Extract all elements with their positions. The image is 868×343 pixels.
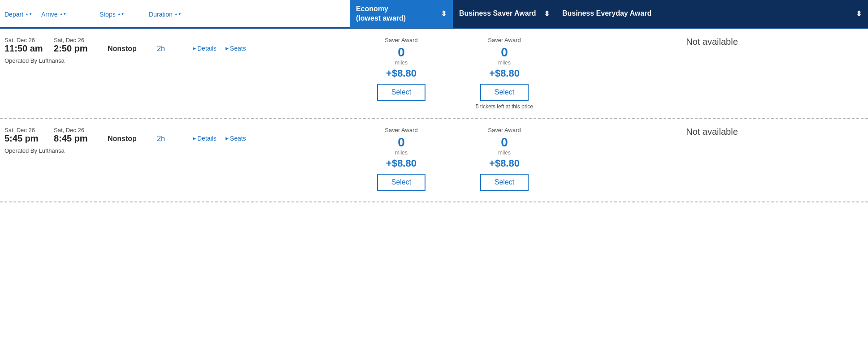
duration-sort-icon: ▲▼: [174, 13, 182, 16]
flight-1-economy-tax: +$8.80: [386, 68, 417, 79]
flight-row-1-inner: Sat, Dec 26 11:50 am Sat, Dec 26 2:50 pm…: [0, 37, 868, 110]
arrive-sort[interactable]: Arrive ▲▼: [37, 11, 95, 18]
flight-2-economy-select-button[interactable]: Select: [377, 174, 425, 191]
flight-2-stops: Nonstop: [108, 127, 157, 143]
stops-sort-icon: ▲▼: [117, 13, 125, 16]
flight-1-arrive: Sat, Dec 26 2:50 pm: [54, 37, 108, 54]
flight-2-biz-saver-miles: 0: [501, 135, 508, 150]
flight-2-depart-date: Sat, Dec 26: [4, 127, 49, 133]
flight-row-2: Sat, Dec 26 5:45 pm Sat, Dec 26 8:45 pm …: [0, 119, 868, 202]
business-everyday-title: Business Everyday Award: [562, 9, 651, 18]
flight-row-1: Sat, Dec 26 11:50 am Sat, Dec 26 2:50 pm…: [0, 29, 868, 119]
flight-2-depart: Sat, Dec 26 5:45 pm: [4, 127, 49, 144]
flight-2-info: Sat, Dec 26 5:45 pm Sat, Dec 26 8:45 pm …: [0, 127, 350, 154]
flight-1-biz-everyday-award: Not available: [556, 37, 868, 47]
flight-2-nonstop: Nonstop: [108, 127, 157, 143]
flight-1-duration-val: 2h: [157, 37, 193, 53]
flight-1-arrive-date: Sat, Dec 26: [54, 37, 108, 43]
flight-2-duration: 2h: [157, 127, 193, 143]
flight-1-biz-saver-tax: +$8.80: [489, 68, 520, 79]
flight-2-economy-award: Saver Award 0 miles +$8.80 Select: [350, 127, 453, 191]
flight-2-seats-link[interactable]: Seats: [226, 127, 246, 142]
flight-2-economy-tax: +$8.80: [386, 158, 417, 169]
duration-label: Duration: [149, 11, 173, 18]
flight-row-2-inner: Sat, Dec 26 5:45 pm Sat, Dec 26 8:45 pm …: [0, 127, 868, 193]
flight-info-header: Depart ▲▼ Arrive ▲▼ Stops ▲▼ Duration ▲▼: [0, 0, 350, 28]
flight-2-biz-saver-select-button[interactable]: Select: [480, 174, 529, 191]
economy-sort-icon[interactable]: ⇕: [441, 9, 447, 18]
flight-2-biz-saver-tax: +$8.80: [489, 158, 520, 169]
flight-1-details-link[interactable]: Details: [193, 37, 217, 52]
flight-1-economy-miles-unit: miles: [395, 60, 408, 66]
flight-2-biz-saver-award: Saver Award 0 miles +$8.80 Select: [453, 127, 556, 193]
flight-1-seats-link[interactable]: Seats: [226, 37, 246, 52]
depart-sort[interactable]: Depart ▲▼: [0, 11, 37, 18]
flight-1-economy-select-button[interactable]: Select: [377, 84, 425, 101]
flight-2-arrive-time: 8:45 pm: [54, 133, 108, 144]
business-saver-header: Business Saver Award ⇕: [453, 0, 556, 28]
flight-2-links: Details Seats: [193, 127, 246, 142]
flight-2-biz-saver-miles-unit: miles: [498, 150, 511, 156]
arrive-label: Arrive: [41, 11, 58, 18]
business-everyday-sort-icon[interactable]: ⇕: [856, 9, 862, 18]
flight-2-arrive-date: Sat, Dec 26: [54, 127, 108, 133]
duration-sort[interactable]: Duration ▲▼: [144, 11, 186, 18]
business-everyday-header: Business Everyday Award ⇕: [556, 0, 868, 28]
flight-1-nonstop: Nonstop: [108, 37, 157, 53]
flight-1-depart-date: Sat, Dec 26: [4, 37, 49, 43]
depart-label: Depart: [4, 11, 23, 18]
flight-results-table: Depart ▲▼ Arrive ▲▼ Stops ▲▼ Duration ▲▼…: [0, 0, 868, 202]
stops-label: Stops: [100, 11, 116, 18]
economy-header: Economy (lowest award) ⇕: [350, 0, 453, 28]
flight-1-economy-award-label: Saver Award: [385, 37, 417, 43]
flight-1-not-available: Not available: [686, 37, 738, 47]
flight-2-not-available: Not available: [686, 127, 738, 137]
flight-2-depart-time: 5:45 pm: [4, 133, 49, 144]
flight-1-depart-time: 11:50 am: [4, 43, 49, 54]
flight-1-economy-award: Saver Award 0 miles +$8.80 Select: [350, 37, 453, 101]
flight-2-operated-by: Operated By Lufthansa: [4, 147, 350, 154]
flight-1-arrive-time: 2:50 pm: [54, 43, 108, 54]
flight-2-duration-val: 2h: [157, 127, 193, 143]
economy-header-line2: (lowest award): [356, 14, 406, 23]
flight-1-duration: 2h: [157, 37, 193, 53]
flight-1-biz-saver-award-label: Saver Award: [488, 37, 521, 43]
business-saver-sort-icon[interactable]: ⇕: [544, 9, 550, 18]
business-saver-title: Business Saver Award: [459, 9, 536, 18]
flight-2-biz-everyday-award: Not available: [556, 127, 868, 137]
flight-2-economy-miles: 0: [398, 135, 405, 150]
flight-1-tickets-left: 5 tickets left at this price: [476, 103, 533, 110]
arrive-sort-icon: ▲▼: [59, 13, 66, 16]
flight-1-depart: Sat, Dec 26 11:50 am: [4, 37, 49, 54]
flight-1-biz-saver-award: Saver Award 0 miles +$8.80 Select 5 tick…: [453, 37, 556, 110]
flight-1-economy-miles: 0: [398, 45, 405, 60]
flight-1-stops: Nonstop: [108, 37, 157, 53]
flight-2-arrive: Sat, Dec 26 8:45 pm: [54, 127, 108, 144]
flight-1-biz-saver-miles-unit: miles: [498, 60, 511, 66]
flight-2-economy-award-label: Saver Award: [385, 127, 417, 133]
economy-header-line1: Economy: [356, 4, 406, 14]
stops-sort[interactable]: Stops ▲▼: [95, 11, 144, 18]
flight-1-info: Sat, Dec 26 11:50 am Sat, Dec 26 2:50 pm…: [0, 37, 350, 64]
depart-sort-icon: ▲▼: [25, 13, 32, 16]
flight-1-biz-saver-select-button[interactable]: Select: [480, 84, 529, 101]
flight-2-biz-saver-award-label: Saver Award: [488, 127, 521, 133]
table-header: Depart ▲▼ Arrive ▲▼ Stops ▲▼ Duration ▲▼…: [0, 0, 868, 29]
flight-2-details-link[interactable]: Details: [193, 127, 217, 142]
flight-1-biz-saver-miles: 0: [501, 45, 508, 60]
flight-1-links: Details Seats: [193, 37, 246, 52]
flight-2-economy-miles-unit: miles: [395, 150, 408, 156]
flight-1-operated-by: Operated By Lufthansa: [4, 57, 350, 64]
